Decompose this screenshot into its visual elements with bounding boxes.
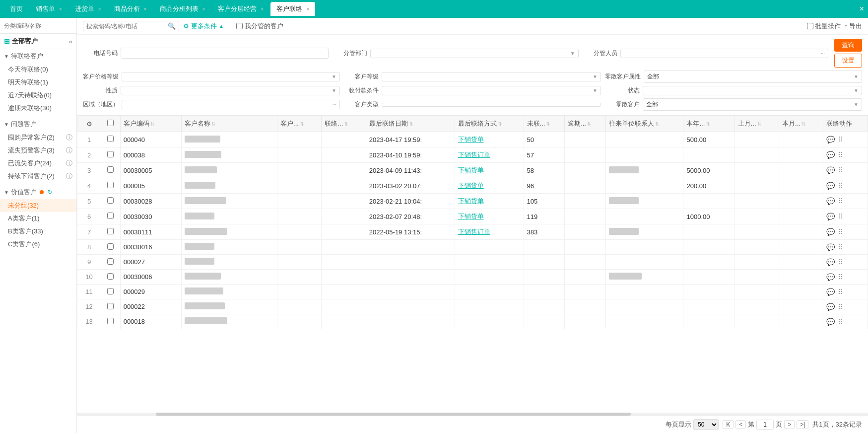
area-select[interactable]: ··· (122, 100, 340, 109)
chat-icon[interactable]: 💬 (826, 197, 835, 205)
sidebar-all-customers[interactable]: ⊞ 全部客户 « (0, 34, 76, 49)
close-tab-sales[interactable]: × (59, 6, 62, 12)
chat-icon[interactable]: 💬 (826, 288, 835, 296)
sidebar-collapse-icon[interactable]: « (69, 38, 72, 45)
select-all-check[interactable] (107, 120, 114, 126)
more-icon[interactable]: ⠿ (838, 136, 843, 144)
close-tab-product-analysis[interactable]: × (144, 6, 147, 12)
nav-tab-purchase[interactable]: 进货单 × (69, 2, 107, 16)
cell-method[interactable]: 下销货单 (455, 178, 524, 194)
customer-type-select[interactable] (382, 103, 601, 107)
sidebar-item-7days[interactable]: 近7天待联络(0) (0, 89, 76, 102)
chat-icon[interactable]: 💬 (826, 228, 835, 236)
row-check[interactable] (107, 228, 114, 234)
cell-method[interactable]: 下销售订单 (455, 147, 524, 163)
chat-icon[interactable]: 💬 (826, 273, 835, 281)
filter-search-box[interactable]: 🔍 (83, 21, 179, 31)
reset-btn[interactable]: 设置 (834, 54, 862, 68)
close-tab-customer-contact[interactable]: × (306, 6, 309, 12)
chat-icon[interactable]: 💬 (826, 166, 835, 174)
cell-check[interactable] (101, 209, 121, 224)
cell-check[interactable] (101, 240, 121, 255)
method-link[interactable]: 下销货单 (458, 182, 484, 189)
more-icon[interactable]: ⠿ (838, 273, 843, 281)
method-link[interactable]: 下销货单 (458, 166, 484, 174)
close-tab-purchase[interactable]: × (98, 6, 101, 12)
pay-term-select[interactable]: ▼ (382, 86, 601, 95)
row-check[interactable] (107, 136, 114, 142)
row-check[interactable] (107, 182, 114, 188)
method-link[interactable]: 下销售订单 (458, 228, 490, 235)
nav-tab-sales[interactable]: 销售单 × (30, 2, 68, 16)
sidebar-group-problem[interactable]: ▼ 问题客户 (0, 117, 76, 131)
sidebar-item-churn-warning[interactable]: 流失预警客户(3) ⓘ (0, 144, 76, 157)
sidebar-item-churned[interactable]: 已流失客户(24) ⓘ (0, 157, 76, 170)
more-icon[interactable]: ⠿ (838, 243, 843, 251)
sidebar-item-class-c[interactable]: C类客户(6) (0, 238, 76, 251)
staff-select[interactable]: ··· (620, 49, 828, 58)
chat-icon[interactable]: 💬 (826, 213, 835, 220)
close-tab-customer-segment[interactable]: × (261, 6, 264, 12)
cell-method[interactable]: 下销货单 (455, 194, 524, 209)
cell-check[interactable] (101, 270, 121, 285)
first-page-btn[interactable]: K (723, 420, 734, 429)
sidebar-search-input[interactable] (4, 22, 77, 29)
sidebar-item-hoarding[interactable]: 囤购异常客户(2) ⓘ (0, 131, 76, 144)
cell-check[interactable] (101, 224, 121, 240)
row-check[interactable] (107, 318, 114, 324)
query-btn[interactable]: 查询 (834, 39, 862, 52)
page-size-select[interactable]: 50 20 100 (693, 419, 719, 430)
row-check[interactable] (107, 258, 114, 265)
cell-check[interactable] (101, 178, 121, 194)
row-check[interactable] (107, 303, 114, 309)
method-link[interactable]: 下销货单 (458, 213, 484, 220)
cell-method[interactable]: 下销售订单 (455, 224, 524, 240)
nav-tab-customer-contact[interactable]: 客户联络 × (270, 2, 315, 16)
chat-icon[interactable]: 💬 (826, 258, 835, 266)
chat-icon[interactable]: 💬 (826, 136, 835, 144)
chat-icon[interactable]: 💬 (826, 151, 835, 159)
more-icon[interactable]: ⠿ (838, 288, 843, 296)
method-link[interactable]: 下销货单 (458, 136, 484, 143)
sidebar-item-class-a[interactable]: A类客户(1) (0, 212, 76, 225)
cell-check[interactable] (101, 285, 121, 299)
row-check[interactable] (107, 197, 114, 204)
row-check[interactable] (107, 166, 114, 173)
close-tab-product-analysis-list[interactable]: × (202, 6, 205, 12)
more-icon[interactable]: ⠿ (838, 182, 843, 190)
more-icon[interactable]: ⠿ (838, 197, 843, 205)
more-icon[interactable]: ⠿ (838, 228, 843, 236)
cell-check[interactable] (101, 255, 121, 270)
chat-icon[interactable]: 💬 (826, 182, 835, 190)
chat-icon[interactable]: 💬 (826, 243, 835, 251)
customer-grade-select[interactable]: ▼ (382, 72, 601, 81)
sidebar-item-declining[interactable]: 持续下滑客户(2) ⓘ (0, 170, 76, 183)
nav-tab-customer-segment[interactable]: 客户分层经营 × (212, 2, 269, 16)
filter-more-conditions-btn[interactable]: ⚙ 更多条件 ▲ (183, 22, 224, 31)
batch-check[interactable] (807, 23, 813, 29)
method-link[interactable]: 下销货单 (458, 197, 484, 205)
filter-my-customers-checkbox[interactable]: 我分管的客户 (236, 22, 283, 31)
cell-method[interactable]: 下销货单 (455, 163, 524, 178)
gender-select[interactable]: ▼ (121, 86, 340, 95)
cell-method[interactable]: 下销货单 (455, 209, 524, 224)
sidebar-search-box[interactable]: 🔍 (0, 18, 76, 34)
sidebar-item-ungroup[interactable]: 未分组(32) (0, 199, 76, 212)
more-icon[interactable]: ⠿ (838, 213, 843, 220)
sidebar-group-pending[interactable]: ▼ 待联络客户 (0, 49, 76, 63)
sidebar-item-tomorrow[interactable]: 明天待联络(1) (0, 76, 76, 89)
last-page-btn[interactable]: >| (797, 420, 808, 429)
dept-select[interactable]: ▼ (370, 49, 578, 58)
prev-page-btn[interactable]: < (735, 420, 746, 429)
more-icon[interactable]: ⠿ (838, 303, 843, 311)
refresh-icon[interactable]: ↻ (48, 189, 53, 196)
sidebar-group-value[interactable]: ▼ 价值客户 ↻ (0, 185, 76, 199)
filter-search-input[interactable] (86, 23, 166, 30)
next-page-btn[interactable]: > (784, 420, 795, 429)
cell-check[interactable] (101, 299, 121, 314)
row-check[interactable] (107, 288, 114, 294)
window-close-icon[interactable]: × (860, 4, 864, 13)
cell-method[interactable]: 下销货单 (455, 132, 524, 147)
more-icon[interactable]: ⠿ (838, 151, 843, 159)
th-check[interactable] (101, 116, 121, 132)
